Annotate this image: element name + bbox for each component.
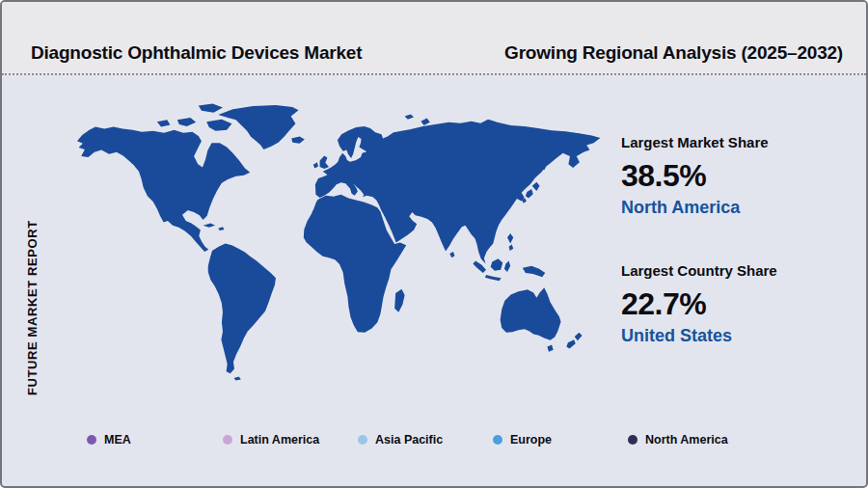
stats-panel: Largest Market Share 38.5% North America… [621,134,853,391]
legend-item-europe: Europe [493,433,552,447]
stat-label: Largest Country Share [621,262,853,279]
legend-item-north-america: North America [628,433,728,447]
world-map [56,87,602,397]
legend-label: Europe [510,433,552,447]
legend-label: MEA [104,433,131,447]
header-bar: Diagnostic Ophthalmic Devices Market Gro… [2,2,866,75]
legend-item-mea: MEA [87,433,131,447]
legend-dot-latin-america [223,435,232,445]
page-subtitle: Growing Regional Analysis (2025–2032) [504,42,843,64]
stat-region: North America [621,198,853,218]
legend-label: North America [645,433,728,447]
stat-country-share: Largest Country Share 22.7% United State… [621,262,853,346]
brand-watermark: FUTURE MARKET REPORT [25,216,54,399]
legend-label: Latin America [240,433,319,447]
infographic-frame: Diagnostic Ophthalmic Devices Market Gro… [0,0,868,488]
stat-value: 22.7% [621,288,853,319]
stat-value: 38.5% [621,160,853,191]
stat-region: United States [621,326,853,346]
legend-item-asia-pacific: Asia Pacific [358,433,443,447]
legend-item-latin-america: Latin America [223,433,319,447]
legend-dot-europe [493,435,502,445]
legend: MEA Latin America Asia Pacific Europe No… [2,433,866,452]
stat-label: Largest Market Share [621,134,853,150]
stat-market-share: Largest Market Share 38.5% North America [621,134,853,218]
legend-label: Asia Pacific [375,433,443,447]
legend-dot-mea [87,435,96,445]
page-title: Diagnostic Ophthalmic Devices Market [31,42,362,64]
legend-dot-north-america [628,435,637,445]
legend-dot-asia-pacific [358,435,367,445]
world-map-graphic [56,87,602,397]
